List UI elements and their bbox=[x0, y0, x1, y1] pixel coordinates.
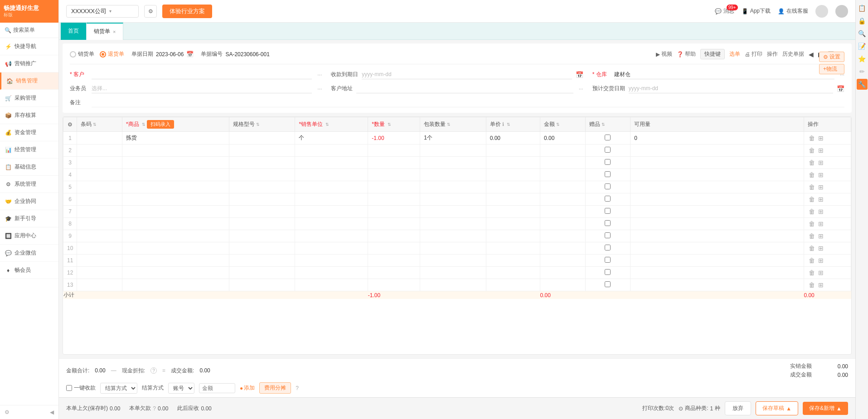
online-service-button[interactable]: 👤 在线客服 bbox=[778, 7, 808, 15]
row-product[interactable] bbox=[122, 169, 229, 181]
tab-sales-order[interactable]: 销货单 × bbox=[87, 23, 123, 40]
row-product[interactable] bbox=[122, 193, 229, 206]
row-amount[interactable] bbox=[540, 255, 586, 267]
one-click-payment-input[interactable] bbox=[66, 385, 72, 391]
row-qty[interactable] bbox=[368, 157, 420, 169]
sidebar-item-app-center[interactable]: 🔲 应用中心 bbox=[0, 227, 58, 245]
row-barcode[interactable] bbox=[77, 279, 122, 291]
message-button[interactable]: 💬 消息 99+ bbox=[715, 7, 734, 15]
delivery-date-input[interactable] bbox=[629, 84, 833, 93]
row-gift[interactable] bbox=[585, 279, 630, 291]
row-spec[interactable] bbox=[229, 218, 295, 230]
row-barcode[interactable] bbox=[77, 144, 122, 157]
row-spec[interactable] bbox=[229, 132, 295, 144]
sidebar-item-operations[interactable]: 📊 经营管理 bbox=[0, 141, 58, 159]
row-qty[interactable]: -1.00 bbox=[368, 132, 420, 144]
sidebar-item-purchase[interactable]: 🛒 采购管理 bbox=[0, 90, 58, 107]
row-product[interactable] bbox=[122, 255, 229, 267]
row-copy-icon[interactable]: ⊞ bbox=[818, 257, 824, 264]
row-amount[interactable] bbox=[540, 193, 586, 206]
row-price[interactable] bbox=[486, 181, 540, 193]
row-copy-icon[interactable]: ⊞ bbox=[818, 196, 824, 203]
row-price[interactable] bbox=[486, 144, 540, 157]
table-wrapper[interactable]: ⚙ 条码⇅ *商品 ⇅ 扫码录入 规格型号⇅ bbox=[63, 117, 851, 354]
one-click-payment-checkbox[interactable]: 一键收款 bbox=[66, 384, 96, 392]
row-pkg-qty[interactable] bbox=[420, 144, 486, 157]
discard-btn[interactable]: 放弃 bbox=[725, 401, 751, 415]
row-product[interactable] bbox=[122, 157, 229, 169]
row-unit[interactable]: 个 bbox=[295, 132, 368, 144]
row-copy-icon[interactable]: ⊞ bbox=[818, 159, 824, 166]
row-delete-icon[interactable]: 🗑 bbox=[809, 257, 815, 264]
row-spec[interactable] bbox=[229, 279, 295, 291]
row-price[interactable] bbox=[486, 169, 540, 181]
row-price[interactable] bbox=[486, 157, 540, 169]
nav-prev-icon[interactable]: ◀ bbox=[809, 51, 814, 58]
right-panel-icon-4[interactable]: 📝 bbox=[857, 41, 868, 52]
radio-sale-order[interactable]: 销货单 bbox=[70, 50, 94, 58]
row-delete-icon[interactable]: 🗑 bbox=[809, 269, 815, 276]
row-barcode[interactable] bbox=[77, 169, 122, 181]
row-copy-icon[interactable]: ⊞ bbox=[818, 135, 824, 142]
payment-method-select[interactable]: 结算方式 bbox=[100, 383, 137, 394]
row-price[interactable] bbox=[486, 242, 540, 255]
row-barcode[interactable] bbox=[77, 230, 122, 242]
row-gift[interactable] bbox=[585, 218, 630, 230]
row-copy-icon[interactable]: ⊞ bbox=[818, 245, 824, 252]
row-spec[interactable] bbox=[229, 230, 295, 242]
row-qty[interactable] bbox=[368, 193, 420, 206]
row-barcode[interactable] bbox=[77, 267, 122, 279]
row-unit[interactable] bbox=[295, 279, 368, 291]
sidebar-collapse-icon[interactable]: ◀ bbox=[50, 409, 54, 415]
right-panel-icon-6[interactable]: ✏ bbox=[857, 66, 868, 77]
trial-button[interactable]: 体验行业方案 bbox=[162, 5, 212, 18]
row-price[interactable] bbox=[486, 255, 540, 267]
flow-btn[interactable]: +物流 bbox=[819, 64, 844, 74]
shortcut-btn[interactable]: 快捷键 bbox=[700, 49, 725, 59]
row-price[interactable] bbox=[486, 279, 540, 291]
salesperson-more-icon[interactable]: ··· bbox=[317, 86, 322, 92]
row-pkg-qty[interactable] bbox=[420, 279, 486, 291]
discount-question-icon[interactable]: ? bbox=[150, 367, 157, 374]
row-gift[interactable] bbox=[585, 132, 630, 144]
account-select[interactable]: 账号 bbox=[168, 383, 194, 394]
row-copy-icon[interactable]: ⊞ bbox=[818, 183, 824, 191]
row-barcode[interactable] bbox=[77, 132, 122, 144]
row-delete-icon[interactable]: 🗑 bbox=[809, 183, 815, 191]
row-pkg-qty[interactable] bbox=[420, 193, 486, 206]
sidebar-item-guide[interactable]: 🎓 新手引导 bbox=[0, 210, 58, 227]
row-qty[interactable] bbox=[368, 169, 420, 181]
right-panel-icon-1[interactable]: 📋 bbox=[857, 3, 868, 14]
row-pkg-qty[interactable] bbox=[420, 242, 486, 255]
row-unit[interactable] bbox=[295, 255, 368, 267]
row-product[interactable] bbox=[122, 230, 229, 242]
row-pkg-qty[interactable] bbox=[420, 267, 486, 279]
history-btn[interactable]: 历史单据 bbox=[782, 50, 804, 58]
row-product[interactable] bbox=[122, 206, 229, 218]
row-copy-icon[interactable]: ⊞ bbox=[818, 269, 824, 276]
tab-close-icon[interactable]: × bbox=[113, 29, 116, 34]
row-pkg-qty[interactable] bbox=[420, 230, 486, 242]
row-unit[interactable] bbox=[295, 144, 368, 157]
row-spec[interactable] bbox=[229, 242, 295, 255]
expense-help-icon[interactable]: ? bbox=[296, 385, 299, 391]
company-selector[interactable]: XXXXXX公司 ▾ bbox=[66, 5, 139, 18]
row-gift[interactable] bbox=[585, 255, 630, 267]
row-unit[interactable] bbox=[295, 230, 368, 242]
row-delete-icon[interactable]: 🗑 bbox=[809, 196, 815, 203]
row-price[interactable] bbox=[486, 230, 540, 242]
row-product[interactable] bbox=[122, 144, 229, 157]
customer-more-icon[interactable]: ··· bbox=[317, 72, 322, 78]
due-date-input[interactable] bbox=[362, 70, 572, 79]
due-date-calendar-icon[interactable]: 📅 bbox=[576, 71, 583, 78]
row-pkg-qty[interactable] bbox=[420, 218, 486, 230]
row-delete-icon[interactable]: 🗑 bbox=[809, 159, 815, 166]
row-delete-icon[interactable]: 🗑 bbox=[809, 245, 815, 252]
row-copy-icon[interactable]: ⊞ bbox=[818, 147, 824, 154]
row-qty[interactable] bbox=[368, 218, 420, 230]
row-qty[interactable] bbox=[368, 144, 420, 157]
row-barcode[interactable] bbox=[77, 157, 122, 169]
row-delete-icon[interactable]: 🗑 bbox=[809, 147, 815, 154]
row-barcode[interactable] bbox=[77, 255, 122, 267]
row-barcode[interactable] bbox=[77, 242, 122, 255]
